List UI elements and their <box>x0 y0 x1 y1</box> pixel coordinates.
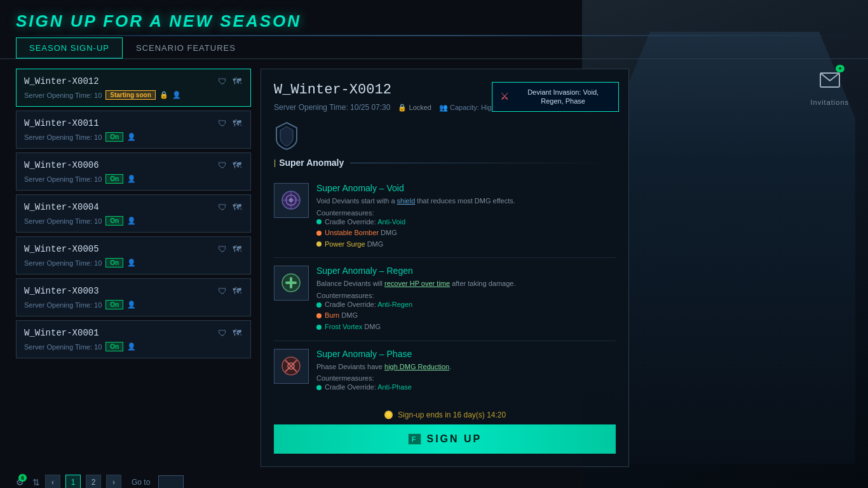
server-item-x0011[interactable]: W_Winter-X0011 🛡 🗺 Server Opening Time: … <box>16 111 251 149</box>
goto-label: Go to <box>132 478 150 487</box>
anomaly-item-regen: Super Anomaly – Regen Balance Deviants w… <box>274 258 616 341</box>
lock-icon: 🔒 <box>159 91 168 99</box>
section-title: Super Anomaly <box>279 158 350 168</box>
opening-time: Server Opening Time: 10 <box>24 175 102 183</box>
status-badge: On <box>105 300 123 309</box>
invitations-panel: + Invitations <box>810 64 849 106</box>
goto-input[interactable] <box>158 475 184 488</box>
phase-content: Super Anomaly – Phase Phase Deviants hav… <box>316 349 616 393</box>
tab-season-signup[interactable]: SEASON SIGN-UP <box>16 37 123 58</box>
person-icon: 👤 <box>127 342 136 351</box>
feature-text: Deviant Invasion: Void, Regen, Phase <box>515 88 611 106</box>
server-item-x0005[interactable]: W_Winter-X0005 🛡 🗺 Server Opening Time: … <box>16 236 251 274</box>
server-name: W_Winter-X0011 <box>24 118 99 128</box>
person-icon: 👤 <box>172 91 181 99</box>
opening-time: Server Opening Time: 10 <box>24 301 102 309</box>
opening-time: Server Opening Time: 10 <box>24 259 102 267</box>
page-2-button[interactable]: 2 <box>86 475 101 488</box>
pagination: ⚙ 6 ⇅ ‹ 1 2 › Go to <box>0 467 868 488</box>
regen-icon <box>274 266 309 301</box>
f-key: F <box>408 433 422 445</box>
server-list: W_Winter-X0012 🛡 🗺 Server Opening Time: … <box>16 69 251 467</box>
server-item-x0006[interactable]: W_Winter-X0006 🛡 🗺 Server Opening Time: … <box>16 152 251 191</box>
anomaly-list: Super Anomaly – Void Void Deviants start… <box>274 175 616 401</box>
server-name: W_Winter-X0006 <box>24 160 99 170</box>
void-countermeasures: Countermeasures: <box>316 209 616 217</box>
shield-icon: 🛡 <box>217 285 228 297</box>
map-icon: 🗺 <box>231 201 243 213</box>
opening-time: Server Opening Time: 10 <box>24 217 102 225</box>
status-badge: On <box>105 342 123 351</box>
svg-rect-7 <box>285 281 297 284</box>
void-counter-3: Power Surge DMG <box>316 239 616 250</box>
shield-icon: 🛡 <box>217 76 228 87</box>
regen-title: Super Anomaly – Regen <box>316 266 616 276</box>
invitations-label: Invitations <box>810 98 849 106</box>
detail-opening-time: Server Opening Time: 10/25 07:30 <box>274 103 390 112</box>
server-item-x0004[interactable]: W_Winter-X0004 🛡 🗺 Server Opening Time: … <box>16 194 251 233</box>
server-item-x0001[interactable]: W_Winter-X0001 🛡 🗺 Server Opening Time: … <box>16 320 251 358</box>
signup-timer: 🪙 Sign-up ends in 16 day(s) 14:20 <box>274 410 616 419</box>
opening-time: Server Opening Time: 10 <box>24 343 102 351</box>
tab-scenario-features[interactable]: SCENARIO FEATURES <box>123 37 249 58</box>
invitations-badge: + <box>836 65 844 72</box>
feature-badge: ⚔ Deviant Invasion: Void, Regen, Phase <box>492 82 619 112</box>
person-icon: 👤 <box>127 175 136 183</box>
map-icon: 🗺 <box>231 285 243 297</box>
opening-time: Server Opening Time: 10 <box>24 133 102 141</box>
status-badge: On <box>105 132 123 142</box>
locked-badge: 🔒 Locked <box>398 104 431 112</box>
page-1-button[interactable]: 1 <box>65 475 81 488</box>
detail-panel: ⚔ Deviant Invasion: Void, Regen, Phase W… <box>261 69 629 467</box>
person-icon: 👤 <box>127 259 136 267</box>
status-badge: Starting soon <box>105 90 155 100</box>
filter-badge: 6 <box>18 474 27 482</box>
regen-counter-2: Burn DMG <box>316 310 616 322</box>
next-page-button[interactable]: › <box>106 475 121 488</box>
regen-countermeasures: Countermeasures: <box>316 292 616 299</box>
server-item-x0003[interactable]: W_Winter-X0003 🛡 🗺 Server Opening Time: … <box>16 278 251 316</box>
signup-button[interactable]: F SIGN UP <box>274 424 616 454</box>
tabs-bar: SEASON SIGN-UP SCENARIO FEATURES <box>0 37 868 59</box>
prev-page-button[interactable]: ‹ <box>45 475 60 488</box>
status-badge: On <box>105 216 123 226</box>
capacity-badge: 👥 Capacity: High <box>439 104 496 112</box>
status-badge: On <box>105 174 123 184</box>
map-icon: 🗺 <box>231 118 243 129</box>
server-item-x0012[interactable]: W_Winter-X0012 🛡 🗺 Server Opening Time: … <box>16 69 251 107</box>
void-content: Super Anomaly – Void Void Deviants start… <box>316 183 616 250</box>
map-icon: 🗺 <box>231 159 243 171</box>
shield-icon: 🛡 <box>217 159 228 171</box>
sort-icon[interactable]: ⇅ <box>32 477 40 487</box>
shield-icon: 🛡 <box>217 201 228 213</box>
shield-icon: 🛡 <box>217 243 228 255</box>
void-desc: Void Deviants start with a shield that r… <box>316 196 616 207</box>
regen-content: Super Anomaly – Regen Balance Deviants w… <box>316 266 616 332</box>
anomaly-item-void: Super Anomaly – Void Void Deviants start… <box>274 175 616 258</box>
phase-icon <box>274 349 309 384</box>
page-title: SIGN UP FOR A NEW SEASON <box>16 11 852 31</box>
server-name: W_Winter-X0003 <box>24 286 99 296</box>
status-badge: On <box>105 258 123 268</box>
server-name: W_Winter-X0012 <box>24 76 99 86</box>
void-icon <box>274 183 309 218</box>
map-icon: 🗺 <box>231 76 243 87</box>
person-icon: 👤 <box>127 217 136 225</box>
person-icon: 👤 <box>127 301 136 309</box>
invitations-icon[interactable]: + <box>814 64 846 95</box>
opening-time: Server Opening Time: 10 <box>24 92 102 99</box>
signup-section: 🪙 Sign-up ends in 16 day(s) 14:20 F SIGN… <box>274 410 616 454</box>
regen-desc: Balance Deviants will recover HP over ti… <box>316 278 616 289</box>
regen-counter-1: Cradle Override: Anti-Regen <box>316 299 616 311</box>
void-counter-2: Unstable Bomber DMG <box>316 227 616 239</box>
phase-title: Super Anomaly – Phase <box>316 349 616 359</box>
shield-detail-icon <box>274 121 299 150</box>
phase-desc: Phase Deviants have high DMG Reduction. <box>316 362 616 372</box>
shield-icon: 🛡 <box>217 327 228 339</box>
void-title: Super Anomaly – Void <box>316 183 616 193</box>
feature-icon: ⚔ <box>500 90 510 103</box>
phase-counter-1: Cradle Override: Anti-Phase <box>316 382 616 393</box>
map-icon: 🗺 <box>231 327 243 339</box>
shield-icon: 🛡 <box>217 118 228 129</box>
anomaly-item-phase: Super Anomaly – Phase Phase Deviants hav… <box>274 341 616 401</box>
